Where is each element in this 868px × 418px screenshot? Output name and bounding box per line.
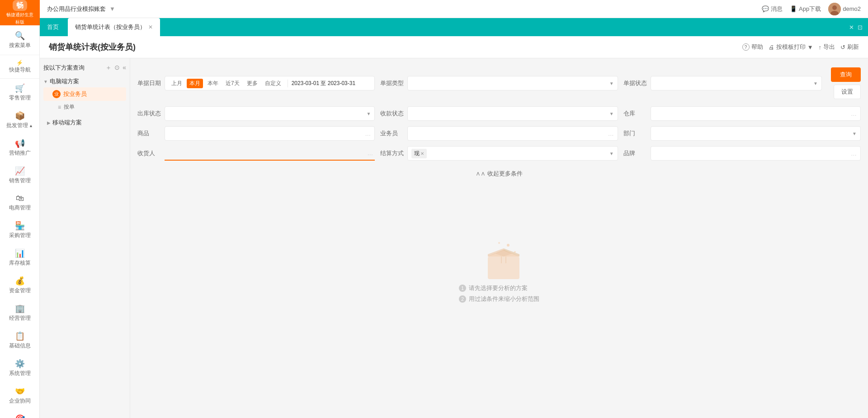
- export-button[interactable]: ↑ 导出: [819, 43, 835, 51]
- sidebar-item-basic[interactable]: 📋 基础信息: [0, 327, 39, 354]
- sidebar-item-label: 系统管理: [9, 370, 31, 377]
- brand-select[interactable]: …: [651, 146, 861, 161]
- date-this-year[interactable]: 本年: [205, 79, 221, 88]
- tab-window-controls: ✕ ⊡: [844, 24, 868, 31]
- out-status-select[interactable]: ▼: [165, 106, 375, 121]
- sidebar-item-operations[interactable]: 🏢 经营管理: [0, 299, 39, 327]
- system-icon: ⚙️: [15, 359, 25, 369]
- help-label: 帮助: [751, 43, 763, 51]
- sidebar-item-inventory[interactable]: 📊 库存核算: [0, 244, 39, 271]
- sidebar-item-label: 采购管理: [9, 232, 31, 239]
- settings-scheme-icon[interactable]: ⊙: [114, 64, 120, 72]
- topbar-actions: 💬 消息 📱 App下载 demo2: [762, 3, 861, 15]
- doc-type-select[interactable]: ▼: [407, 76, 618, 90]
- receipt-status-select[interactable]: ▼: [407, 106, 618, 121]
- query-button[interactable]: 查询: [831, 67, 861, 82]
- sidebar-item-label: 营销推广: [9, 149, 31, 157]
- salesperson-filter-item: 业务员 …: [380, 126, 618, 141]
- desktop-scheme-label: 电脑端方案: [50, 77, 79, 86]
- date-filter-item: 单据日期 上月 本月 本年 近7天 更多 自定义 2023-03-01 至 20…: [137, 76, 375, 90]
- settlement-tag-close-icon[interactable]: ✕: [420, 151, 424, 156]
- sidebar-item-retail[interactable]: 🛒 零售管理: [0, 79, 39, 106]
- tab-close-icon[interactable]: ✕: [148, 24, 153, 30]
- sidebar-item-sales[interactable]: 📈 销售管理: [0, 162, 39, 189]
- company-dropdown[interactable]: ▼: [109, 5, 115, 12]
- setting-button[interactable]: 设置: [834, 85, 861, 99]
- sidebar-item-wholesale[interactable]: 📦 批发管理 ▲: [0, 106, 39, 134]
- maximize-icon[interactable]: ⊡: [858, 24, 863, 31]
- scheme-item-by-salesperson[interactable]: 业 按业务员: [43, 87, 126, 101]
- print-icon: 🖨: [769, 44, 774, 51]
- sidebar-item-purchase[interactable]: 🏪 采购管理: [0, 216, 39, 244]
- page-title: 销货单统计表(按业务员): [49, 42, 136, 58]
- template-print-button[interactable]: 🖨 按模板打印 ▼: [769, 43, 813, 51]
- tab-home[interactable]: 首页: [40, 18, 66, 36]
- collapse-label: 收起更多条件: [487, 170, 523, 177]
- goods-select[interactable]: …: [165, 126, 375, 141]
- brand-control: …: [651, 146, 861, 161]
- app-download-button[interactable]: 📱 App下载: [790, 5, 821, 13]
- settlement-filter-item: 结算方式 现 ✕ ▼: [380, 146, 618, 161]
- tab-sales-stat[interactable]: 销货单统计表（按业务员） ✕: [68, 18, 160, 36]
- purchase-icon: 🏪: [15, 221, 25, 231]
- app-logo[interactable]: 畅 畅捷通好生意 标版: [0, 0, 40, 25]
- refresh-button[interactable]: ↺ 刷新: [840, 43, 859, 51]
- department-select[interactable]: ▼: [651, 126, 861, 141]
- inventory-icon: 📊: [15, 248, 25, 258]
- sidebar-item-marketing[interactable]: 📢 营销推广: [0, 134, 39, 162]
- settlement-arrow-icon: ▼: [609, 151, 614, 156]
- collapse-bar[interactable]: ∧∧ 收起更多条件: [137, 166, 861, 181]
- user-avatar-area[interactable]: demo2: [828, 3, 861, 15]
- collapse-panel-icon[interactable]: «: [123, 64, 126, 72]
- sidebar-item-finance[interactable]: 💰 资金管理: [0, 271, 39, 299]
- add-scheme-icon[interactable]: ＋: [105, 64, 112, 72]
- svg-point-1: [832, 5, 837, 10]
- username: demo2: [843, 5, 861, 12]
- logo-icon: 畅: [13, 0, 27, 11]
- goods-filter-item: 商品 …: [137, 126, 375, 141]
- scheme-sub-item-by-order[interactable]: ≡ 按单: [43, 101, 126, 113]
- warehouse-label: 仓库: [623, 109, 647, 118]
- sidebar-item-system[interactable]: ⚙️ 系统管理: [0, 354, 39, 382]
- date-this-month[interactable]: 本月: [187, 79, 203, 88]
- sidebar-item-newbie[interactable]: 🎯 新手引导: [0, 409, 39, 418]
- date-7days[interactable]: 近7天: [223, 79, 242, 88]
- sidebar-item-search[interactable]: 🔍 搜索菜单: [0, 25, 39, 55]
- date-last-month[interactable]: 上月: [169, 79, 185, 88]
- sidebar-item-quick-nav[interactable]: ⚡ 快捷导航: [0, 55, 39, 79]
- salesperson-select[interactable]: …: [407, 126, 618, 141]
- date-custom[interactable]: 自定义: [262, 79, 284, 88]
- date-more[interactable]: 更多: [244, 79, 260, 88]
- close-window-icon[interactable]: ✕: [849, 24, 854, 31]
- mobile-scheme-header[interactable]: ▶ 移动端方案: [43, 117, 126, 128]
- main-area: 办公用品行业模拟账套 ▼ 💬 消息 📱 App下载 demo2 首页: [40, 0, 868, 418]
- date-bar[interactable]: 上月 本月 本年 近7天 更多 自定义 2023-03-01 至 2023-03…: [165, 76, 375, 90]
- message-button[interactable]: 💬 消息: [762, 5, 783, 13]
- help-button[interactable]: ? 帮助: [742, 43, 763, 51]
- out-status-control: ▼: [165, 106, 375, 121]
- consignee-control: …: [165, 146, 375, 161]
- query-buttons: 查询 设置: [831, 66, 861, 101]
- filter-panel-title: 按以下方案查询: [43, 64, 85, 72]
- desktop-scheme-group: ▼ 电脑端方案 业 按业务员 ≡ 按单: [43, 76, 126, 113]
- doc-status-select[interactable]: ▼: [651, 76, 822, 90]
- sidebar-item-enterprise[interactable]: 🤝 企业协同: [0, 382, 39, 409]
- empty-state: 1 请先选择要分析的方案 2 用过滤条件来缩小分析范围: [137, 181, 861, 353]
- settlement-tag: 现 ✕: [411, 149, 427, 158]
- empty-illustration: [476, 232, 522, 277]
- warehouse-select[interactable]: …: [651, 106, 861, 121]
- settlement-tag-control[interactable]: 现 ✕ ▼: [407, 146, 618, 161]
- sidebar-item-ecommerce[interactable]: 🛍 电商管理: [0, 189, 39, 216]
- logo-subtext: 标版: [15, 19, 24, 25]
- svg-point-4: [507, 244, 509, 247]
- consignee-dots: …: [367, 150, 373, 157]
- doc-status-label: 单据状态: [623, 79, 647, 87]
- desktop-scheme-header[interactable]: ▼ 电脑端方案: [43, 76, 126, 87]
- help-icon: ?: [742, 43, 750, 51]
- out-status-filter-item: 出库状态 ▼: [137, 106, 375, 121]
- search-area: 单据日期 上月 本月 本年 近7天 更多 自定义 2023-03-01 至 20…: [130, 58, 868, 418]
- marketing-icon: 📢: [15, 138, 25, 148]
- company-title: 办公用品行业模拟账套: [47, 5, 106, 13]
- consignee-input[interactable]: …: [165, 146, 375, 161]
- svg-point-5: [514, 251, 516, 253]
